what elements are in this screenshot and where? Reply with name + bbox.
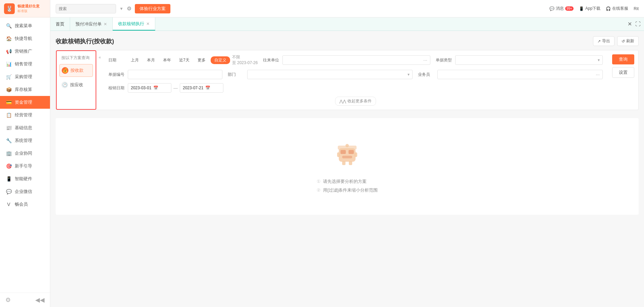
sidebar-item-wechat[interactable]: 💬企业微信	[0, 185, 50, 198]
writeoff-date-from-val: 2023-03-01	[131, 86, 151, 90]
writeoff-date-range: 2023-03-01 📅 — 2023-07-21 📅	[128, 83, 223, 93]
doc-type-select[interactable]: ▾	[455, 55, 603, 65]
dept-label: 部门	[228, 72, 245, 78]
sidebar-item-enterprise[interactable]: 🏢企业协同	[0, 147, 50, 160]
calendar-from-icon: 📅	[153, 86, 158, 90]
filter-type-by-receipt[interactable]: 💰 按收款	[59, 64, 93, 77]
sidebar-item-marketing[interactable]: 📢营销推广	[0, 45, 50, 58]
sidebar-item-finance[interactable]: 💳资金管理	[0, 96, 50, 109]
date-btn-last-month[interactable]: 上月	[128, 56, 142, 64]
writeoff-date-to-input[interactable]: 2023-07-21 📅	[180, 83, 223, 93]
sidebar-bottom: ⚙ ◀◀	[0, 293, 50, 307]
filter-sidebar-title: 按以下方案查询	[59, 55, 93, 61]
filter-type-receipt-icon: 💰	[62, 67, 68, 74]
collapse-sidebar-icon[interactable]: ◀◀	[35, 296, 45, 304]
export-label: 导出	[602, 38, 610, 44]
date-btn-this-month[interactable]: 本月	[144, 56, 158, 64]
sidebar-item-label-guide: 新手引导	[15, 163, 32, 169]
online-service-label: 在线客服	[612, 6, 628, 11]
date-btn-7days[interactable]: 近7天	[176, 56, 193, 64]
sidebar-item-purchase[interactable]: 🛒采购管理	[0, 70, 50, 83]
counterparty-select[interactable]: ···	[282, 55, 430, 65]
filter-actions: 查询 设置	[608, 50, 638, 110]
search-icon: 🔍	[5, 23, 12, 29]
guide-icon: 🎯	[5, 163, 12, 169]
topbar-left: ▼ ⚙ 体验行业方案	[56, 4, 170, 13]
dept-chevron: ▾	[408, 72, 410, 77]
dept-filter-group: 部门 ▾	[228, 70, 413, 79]
staff-filter-group: 业务员 ···	[418, 70, 603, 79]
filter-collapse-toggle[interactable]: «	[96, 50, 103, 110]
sidebar-item-basic-info[interactable]: 📰基础信息	[0, 121, 50, 134]
dept-select[interactable]: ▾	[247, 70, 413, 79]
user-name[interactable]: Rit	[634, 6, 639, 11]
online-service-button[interactable]: 🎧 在线客服	[606, 6, 628, 11]
tab-home-label: 首页	[56, 21, 64, 27]
tip2-text: 用[过滤]条件来缩小分析范围	[323, 188, 378, 193]
sidebar-item-label-vip: 畅会员	[15, 201, 28, 207]
topbar-gear-icon[interactable]: ⚙	[127, 5, 131, 12]
settings-bottom-icon[interactable]: ⚙	[5, 296, 11, 304]
tab-receipts-close[interactable]: ✕	[146, 21, 150, 26]
sidebar-item-label-quick-nav: 快捷导航	[15, 36, 32, 42]
filter-row-3: 核销日期 2023-03-01 📅 — 2023-07-21 📅	[108, 83, 603, 93]
writeoff-date-from-input[interactable]: 2023-03-01 📅	[128, 83, 171, 93]
export-button[interactable]: ↗ 导出	[593, 36, 614, 46]
sidebar-item-inventory[interactable]: 📦库存核算	[0, 83, 50, 96]
sidebar-item-vip[interactable]: V畅会员	[0, 198, 50, 211]
message-label: 消息	[556, 6, 564, 11]
tab-expand-icon[interactable]: ⛶	[635, 21, 641, 27]
filter-row-1: 日期 上月 本月 本年 近7天 更多 自定义 不限 至	[108, 54, 603, 66]
settings-button[interactable]: 设置	[612, 67, 634, 78]
sidebar-item-search[interactable]: 🔍搜索菜单	[0, 19, 50, 32]
sidebar-item-label-wechat: 企业微信	[15, 189, 32, 195]
empty-tips: ① 请先选择要分析的方案 ② 用[过滤]条件来缩小分析范围	[317, 177, 378, 195]
sales-icon: 📊	[5, 61, 12, 67]
message-button[interactable]: 💬 消息 99+	[549, 6, 574, 11]
tip1-num: ①	[317, 179, 321, 184]
message-badge: 99+	[565, 6, 574, 11]
doc-no-input[interactable]	[128, 70, 222, 79]
sidebar-item-sales[interactable]: 📊销售管理	[0, 58, 50, 70]
date-range-separator: —	[173, 86, 178, 91]
vip-icon: V	[5, 202, 12, 207]
sidebar-item-guide[interactable]: 🎯新手引导	[0, 160, 50, 172]
date-btn-custom[interactable]: 自定义	[211, 56, 230, 64]
system-icon: 🔧	[5, 138, 12, 143]
search-input[interactable]	[56, 4, 116, 13]
sidebar-item-smart-hw[interactable]: 📱智能硬件	[0, 172, 50, 185]
empty-tip-2: ② 用[过滤]条件来缩小分析范围	[317, 186, 378, 195]
date-btn-this-year[interactable]: 本年	[160, 56, 174, 64]
main-area: ▼ ⚙ 体验行业方案 💬 消息 99+ 📱 App下载 🎧 在线客服 Rit 首…	[50, 0, 644, 307]
date-to-val: 至 2023-07-26	[232, 60, 258, 66]
topbar: ▼ ⚙ 体验行业方案 💬 消息 99+ 📱 App下载 🎧 在线客服 Rit	[50, 0, 644, 17]
tab-prepay[interactable]: 预付冲应付单 ✕	[70, 17, 113, 31]
date-btn-more[interactable]: 更多	[195, 56, 209, 64]
filter-type-by-receivable[interactable]: 🕐 按应收	[59, 79, 93, 91]
tab-home[interactable]: 首页	[50, 17, 70, 31]
empty-illustration	[330, 138, 364, 172]
staff-select[interactable]: ···	[437, 70, 603, 79]
query-button[interactable]: 查询	[612, 54, 634, 64]
counterparty-label: 往来单位	[263, 57, 280, 63]
topbar-right: 💬 消息 99+ 📱 App下载 🎧 在线客服 Rit	[549, 6, 639, 11]
svg-point-9	[345, 144, 349, 147]
industry-solution-button[interactable]: 体验行业方案	[135, 4, 170, 13]
sidebar-item-quick-nav[interactable]: 🏠快捷导航	[0, 32, 50, 45]
date-no-limit-label: 不限	[232, 54, 258, 60]
tip2-num: ②	[317, 188, 321, 193]
tab-close-all-icon[interactable]: ✕	[628, 21, 632, 27]
sidebar-item-system[interactable]: 🔧系统管理	[0, 134, 50, 147]
writeoff-date-label: 核销日期	[108, 85, 126, 91]
topbar-dropdown-arrow[interactable]: ▼	[119, 6, 123, 11]
collapse-more-button[interactable]: ⋀⋀ 收起更多条件	[335, 97, 376, 106]
sidebar-item-operations[interactable]: 📋经营管理	[0, 109, 50, 121]
app-download-button[interactable]: 📱 App下载	[579, 6, 600, 11]
marketing-icon: 📢	[5, 49, 12, 54]
wechat-icon: 💬	[5, 189, 12, 194]
calendar-to-icon: 📅	[205, 86, 210, 90]
tab-prepay-close[interactable]: ✕	[104, 22, 107, 27]
sidebar-item-label-operations: 经营管理	[15, 112, 32, 118]
tab-receipts[interactable]: 收款核销执行 ✕	[113, 17, 155, 31]
refresh-button[interactable]: ↺ 刷新	[617, 36, 639, 46]
